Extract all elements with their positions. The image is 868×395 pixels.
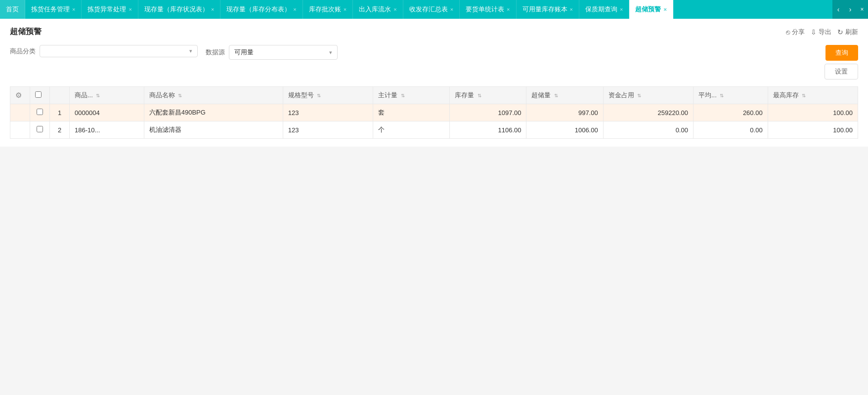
row-num-0: 1 bbox=[50, 104, 70, 121]
row-checkbox-0[interactable] bbox=[37, 109, 43, 115]
data-source-filter: 数据源 可用量 ▾ bbox=[206, 45, 338, 60]
nav-item-available[interactable]: 可用量库存账本 × bbox=[517, 0, 579, 19]
row-checkbox-cell-0 bbox=[30, 104, 50, 121]
th-product-name[interactable]: 商品名称 ⇅ bbox=[144, 87, 283, 104]
th-unit-label: 主计量 bbox=[378, 91, 397, 99]
sort-icon-max: ⇅ bbox=[802, 93, 806, 98]
th-product-code[interactable]: 商品... ⇅ bbox=[70, 87, 144, 104]
row-overstock-0: 997.00 bbox=[526, 104, 603, 121]
data-table: ⚙ 商品... ⇅ 商品名称 ⇅ 规格型号 ⇅ bbox=[10, 86, 858, 139]
nav-item-batch[interactable]: 库存批次账 × bbox=[303, 0, 353, 19]
row-max-stock-0: 100.00 bbox=[768, 104, 858, 121]
row-capital-1: 0.00 bbox=[603, 121, 693, 139]
row-unit-0: 套 bbox=[373, 104, 450, 121]
settings-button[interactable]: 设置 bbox=[825, 64, 858, 79]
product-category-filter: 商品分类 ▾ bbox=[10, 45, 198, 57]
th-max-stock-label: 最高库存 bbox=[773, 91, 799, 99]
th-num bbox=[50, 87, 70, 104]
product-category-label: 商品分类 bbox=[10, 47, 36, 56]
nav-close-task[interactable]: × bbox=[72, 6, 75, 12]
chevron-down-icon-2: ▾ bbox=[329, 49, 332, 56]
nav-item-flow[interactable]: 出入库流水 × bbox=[353, 0, 403, 19]
nav-close-batch[interactable]: × bbox=[344, 6, 347, 12]
nav-close-expiry[interactable]: × bbox=[620, 6, 623, 12]
th-max-stock[interactable]: 最高库存 ⇅ bbox=[768, 87, 858, 104]
nav-item-stock-dist[interactable]: 现存量（库存分布表） × bbox=[220, 0, 303, 19]
action-buttons: 查询 设置 bbox=[825, 45, 858, 79]
export-label: 导出 bbox=[819, 28, 831, 37]
th-product-name-label: 商品名称 bbox=[149, 91, 175, 99]
refresh-icon: ↻ bbox=[837, 28, 843, 36]
nav-label-home: 首页 bbox=[6, 5, 19, 14]
row-unit-1: 个 bbox=[373, 121, 450, 139]
th-avg[interactable]: 平均... ⇅ bbox=[693, 87, 768, 104]
data-source-value: 可用量 bbox=[234, 48, 254, 57]
product-category-select[interactable]: ▾ bbox=[40, 45, 198, 57]
nav-label-task: 拣货任务管理 bbox=[31, 5, 70, 14]
nav-item-demand[interactable]: 要货单统计表 × bbox=[460, 0, 516, 19]
nav-arrow-right[interactable]: › bbox=[844, 0, 856, 19]
nav-label-abnormal: 拣货异常处理 bbox=[87, 5, 126, 14]
nav-close-overstock[interactable]: × bbox=[663, 6, 666, 12]
th-spec-label: 规格型号 bbox=[288, 91, 314, 99]
row-avg-1: 0.00 bbox=[693, 121, 768, 139]
nav-close-stock-status[interactable]: × bbox=[211, 6, 214, 12]
data-source-select[interactable]: 可用量 ▾ bbox=[229, 45, 338, 60]
nav-close-stock-dist[interactable]: × bbox=[293, 6, 296, 12]
sort-icon-stock: ⇅ bbox=[477, 93, 481, 98]
row-capital-0: 259220.00 bbox=[603, 104, 693, 121]
refresh-button[interactable]: ↻ 刷新 bbox=[837, 28, 858, 37]
nav-item-overstock[interactable]: 超储预警 × bbox=[629, 0, 673, 19]
nav-item-home[interactable]: 首页 bbox=[0, 0, 25, 19]
nav-label-available: 可用量库存账本 bbox=[522, 5, 567, 14]
nav-close-summary[interactable]: × bbox=[450, 6, 453, 12]
th-checkbox bbox=[30, 87, 50, 104]
chevron-down-icon: ▾ bbox=[189, 48, 192, 54]
share-button[interactable]: ⎋ 分享 bbox=[786, 28, 805, 37]
row-product-code-0: 0000004 bbox=[70, 104, 144, 121]
nav-arrow-left[interactable]: ‹ bbox=[832, 0, 844, 19]
page-content: 超储预警 ⎋ 分享 ⇩ 导出 ↻ 刷新 商品分类 ▾ 数据源 bbox=[0, 19, 868, 147]
nav-item-expiry[interactable]: 保质期查询 × bbox=[579, 0, 629, 19]
nav-item-task[interactable]: 拣货任务管理 × bbox=[25, 0, 82, 19]
th-overstock[interactable]: 超储量 ⇅ bbox=[526, 87, 603, 104]
share-icon: ⎋ bbox=[786, 28, 790, 36]
th-spec[interactable]: 规格型号 ⇅ bbox=[283, 87, 373, 104]
row-product-name-1: 机油滤清器 bbox=[144, 121, 283, 139]
row-stock-1: 1106.00 bbox=[450, 121, 526, 139]
nav-item-stock-status[interactable]: 现存量（库存状况表） × bbox=[138, 0, 220, 19]
th-capital[interactable]: 资金占用 ⇅ bbox=[603, 87, 693, 104]
row-spec-0: 123 bbox=[283, 104, 373, 121]
nav-item-summary[interactable]: 收发存汇总表 × bbox=[403, 0, 460, 19]
header-actions: ⎋ 分享 ⇩ 导出 ↻ 刷新 bbox=[786, 28, 858, 37]
row-spec-1: 123 bbox=[283, 121, 373, 139]
export-button[interactable]: ⇩ 导出 bbox=[811, 28, 831, 37]
nav-item-abnormal[interactable]: 拣货异常处理 × bbox=[82, 0, 138, 19]
row-max-stock-1: 100.00 bbox=[768, 121, 858, 139]
nav-label-expiry: 保质期查询 bbox=[585, 5, 617, 14]
nav-arrows: ‹ › × bbox=[832, 0, 868, 19]
th-gear: ⚙ bbox=[10, 87, 30, 104]
th-unit[interactable]: 主计量 ⇅ bbox=[373, 87, 450, 104]
row-product-code-1: 186-10... bbox=[70, 121, 144, 139]
query-button[interactable]: 查询 bbox=[825, 45, 858, 61]
gear-settings-icon[interactable]: ⚙ bbox=[15, 91, 22, 99]
th-stock[interactable]: 库存量 ⇅ bbox=[450, 87, 526, 104]
nav-close-available[interactable]: × bbox=[570, 6, 573, 12]
nav-arrow-close[interactable]: × bbox=[856, 0, 868, 19]
export-icon: ⇩ bbox=[811, 28, 817, 36]
page-title: 超储预警 bbox=[10, 27, 42, 37]
nav-label-stock-dist: 现存量（库存分布表） bbox=[226, 5, 291, 14]
nav-close-abnormal[interactable]: × bbox=[129, 6, 131, 12]
nav-close-flow[interactable]: × bbox=[393, 6, 396, 12]
share-label: 分享 bbox=[792, 28, 805, 37]
row-product-name-0: 六配套新昌490BPG bbox=[144, 104, 283, 121]
select-all-checkbox[interactable] bbox=[35, 91, 42, 98]
row-checkbox-1[interactable] bbox=[37, 126, 43, 132]
th-overstock-label: 超储量 bbox=[531, 91, 551, 99]
nav-label-batch: 库存批次账 bbox=[309, 5, 341, 14]
nav-close-demand[interactable]: × bbox=[507, 6, 510, 12]
nav-label-stock-status: 现存量（库存状况表） bbox=[144, 5, 209, 14]
sort-icon-code: ⇅ bbox=[96, 93, 100, 98]
row-num-1: 2 bbox=[50, 121, 70, 139]
